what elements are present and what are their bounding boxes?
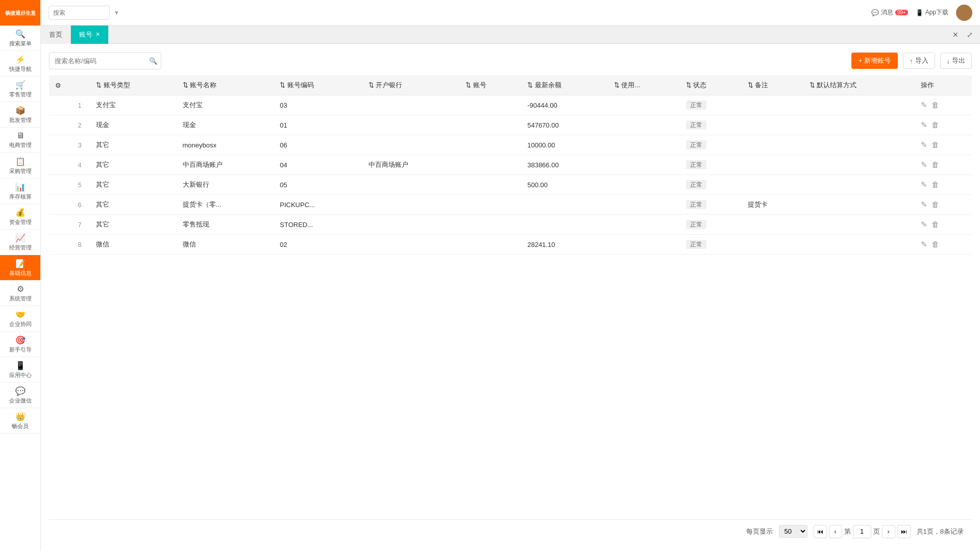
- col-account-code[interactable]: ⇅ 账号编码: [274, 76, 362, 95]
- sidebar-item-ecommerce-mgmt[interactable]: 🖥电商管理: [0, 128, 40, 153]
- edit-btn-3[interactable]: ✎: [921, 140, 927, 149]
- next-page-btn[interactable]: ›: [882, 525, 895, 538]
- page-size-select[interactable]: 50 20 100: [779, 525, 807, 538]
- sidebar-item-enterprise-wechat[interactable]: 💬企业微信: [0, 383, 40, 408]
- sidebar-icon-inventory: 📊: [15, 182, 26, 192]
- row-default-settlement-3: [803, 135, 915, 155]
- edit-btn-6[interactable]: ✎: [921, 200, 927, 209]
- sidebar-item-retail-mgmt[interactable]: 🛒零售管理: [0, 77, 40, 102]
- row-default-settlement-5: [803, 175, 915, 195]
- page-label: 第: [844, 527, 851, 536]
- tab-close-all-btn[interactable]: ✕: [949, 29, 962, 41]
- row-account-type-8: 微信: [90, 235, 177, 255]
- sidebar-item-purchase-mgmt[interactable]: 📋采购管理: [0, 153, 40, 179]
- edit-btn-1[interactable]: ✎: [921, 101, 927, 110]
- col-latest-balance[interactable]: ⇅ 最新余额: [521, 76, 608, 95]
- sidebar-item-system-mgmt[interactable]: ⚙系统管理: [0, 281, 40, 306]
- export-button[interactable]: ↓ 导出: [940, 53, 972, 69]
- row-latest-balance-6: [521, 195, 608, 215]
- sidebar-icon-search-menu: 🔍: [15, 29, 26, 39]
- delete-btn-5[interactable]: 🗑: [932, 180, 939, 189]
- avatar[interactable]: [956, 5, 972, 21]
- row-account-code-4: 04: [274, 155, 362, 175]
- row-actions-5: ✎ 🗑: [915, 175, 972, 195]
- topbar-search-input[interactable]: [48, 6, 110, 20]
- row-latest-balance-5: 500.00: [521, 175, 608, 195]
- first-page-btn[interactable]: ⏮: [814, 525, 827, 538]
- sidebar-item-inventory[interactable]: 📊库存核算: [0, 179, 40, 204]
- row-account-name-5: 大新银行: [177, 175, 274, 195]
- sidebar-item-wholesale-mgmt[interactable]: 📦批发管理: [0, 102, 40, 128]
- row-account-number-4: [459, 155, 521, 175]
- col-settings[interactable]: ⚙: [49, 76, 69, 95]
- row-account-type-1: 支付宝: [90, 95, 177, 115]
- sidebar-item-quick-nav[interactable]: ⚡快捷导航: [0, 51, 40, 77]
- sidebar-item-finance-mgmt[interactable]: 💰资金管理: [0, 204, 40, 230]
- delete-btn-6[interactable]: 🗑: [932, 200, 939, 209]
- delete-btn-2[interactable]: 🗑: [932, 120, 939, 130]
- row-actions-1: ✎ 🗑: [915, 95, 972, 115]
- col-account-number[interactable]: ⇅ 账号: [459, 76, 521, 95]
- sidebar-icon-enterprise-agreement: 🤝: [15, 310, 26, 319]
- col-opening-bank[interactable]: ⇅ 开户银行: [362, 76, 460, 95]
- sidebar-label-finance-mgmt: 资金管理: [9, 218, 32, 226]
- sidebar-label-inventory: 库存核算: [9, 193, 32, 201]
- sidebar-label-basic-info: 基础信息: [9, 269, 32, 277]
- pagination: ⏮ ‹ 第 页 › ⏭: [814, 525, 911, 538]
- search-button[interactable]: 🔍: [145, 53, 161, 69]
- sidebar-item-search-menu[interactable]: 🔍搜索菜单: [0, 26, 40, 51]
- edit-btn-8[interactable]: ✎: [921, 240, 927, 249]
- row-account-type-6: 其它: [90, 195, 177, 215]
- table-row: 2 现金 现金 01 547670.00 正常 ✎ 🗑: [49, 115, 972, 135]
- sidebar-item-enterprise-agreement[interactable]: 🤝企业协同: [0, 306, 40, 332]
- col-account-name[interactable]: ⇅ 账号名称: [177, 76, 274, 95]
- row-usage-3: [608, 135, 680, 155]
- add-account-button[interactable]: + 新增账号: [851, 53, 898, 69]
- col-default-settlement[interactable]: ⇅ 默认结算方式: [803, 76, 915, 95]
- import-button[interactable]: ↑ 导入: [903, 53, 935, 69]
- edit-btn-7[interactable]: ✎: [921, 220, 927, 229]
- sidebar-icon-vip-member: 👑: [15, 412, 26, 421]
- row-account-code-1: 03: [274, 95, 362, 115]
- topbar-dropdown-icon[interactable]: ▾: [115, 9, 118, 16]
- row-account-code-7: STORED...: [274, 215, 362, 235]
- col-usage[interactable]: ⇅ 使用...: [608, 76, 680, 95]
- last-page-btn[interactable]: ⏭: [897, 525, 911, 538]
- delete-btn-3[interactable]: 🗑: [932, 140, 939, 149]
- tab-account-close[interactable]: ✕: [95, 31, 100, 38]
- page-input[interactable]: [853, 525, 871, 538]
- row-index-7: 7: [69, 215, 90, 235]
- delete-btn-7[interactable]: 🗑: [932, 220, 939, 229]
- col-notes[interactable]: ⇅ 备注: [742, 76, 803, 95]
- delete-btn-4[interactable]: 🗑: [932, 160, 939, 169]
- sidebar-nav: 🔍搜索菜单⚡快捷导航🛒零售管理📦批发管理🖥电商管理📋采购管理📊库存核算💰资金管理…: [0, 26, 40, 551]
- row-usage-6: [608, 195, 680, 215]
- row-account-name-1: 支付宝: [177, 95, 274, 115]
- delete-btn-1[interactable]: 🗑: [932, 101, 939, 110]
- row-account-number-8: [459, 235, 521, 255]
- edit-btn-4[interactable]: ✎: [921, 160, 927, 169]
- row-settings-6: [49, 195, 69, 215]
- table-row: 1 支付宝 支付宝 03 -90444.00 正常 ✎ 🗑: [49, 95, 972, 115]
- row-account-number-1: [459, 95, 521, 115]
- tab-expand-btn[interactable]: ⤢: [964, 29, 976, 41]
- search-input[interactable]: [50, 54, 145, 68]
- sidebar-item-app-center[interactable]: 📱应用中心: [0, 357, 40, 383]
- col-account-type[interactable]: ⇅ 账号类型: [90, 76, 177, 95]
- toolbar: 🔍 + 新增账号 ↑ 导入 ↓ 导出: [49, 52, 972, 69]
- tab-home-label: 首页: [49, 30, 62, 39]
- avatar-img: [956, 5, 972, 21]
- col-status[interactable]: ⇅ 状态: [680, 76, 742, 95]
- edit-btn-5[interactable]: ✎: [921, 180, 927, 189]
- tab-account[interactable]: 账号 ✕: [71, 26, 109, 44]
- sidebar-item-new-user-guide[interactable]: 🎯新手引导: [0, 332, 40, 357]
- sidebar-item-basic-info[interactable]: 📝基础信息: [0, 255, 40, 281]
- sidebar-item-operations-mgmt[interactable]: 📈经营管理: [0, 230, 40, 255]
- message-btn[interactable]: 💬 消息 99+: [871, 8, 908, 17]
- app-download-btn[interactable]: 📱 App下载: [916, 8, 948, 17]
- tab-home[interactable]: 首页: [41, 26, 71, 44]
- delete-btn-8[interactable]: 🗑: [932, 240, 939, 249]
- prev-page-btn[interactable]: ‹: [829, 525, 842, 538]
- sidebar-item-vip-member[interactable]: 👑畅会员: [0, 408, 40, 434]
- edit-btn-2[interactable]: ✎: [921, 120, 927, 130]
